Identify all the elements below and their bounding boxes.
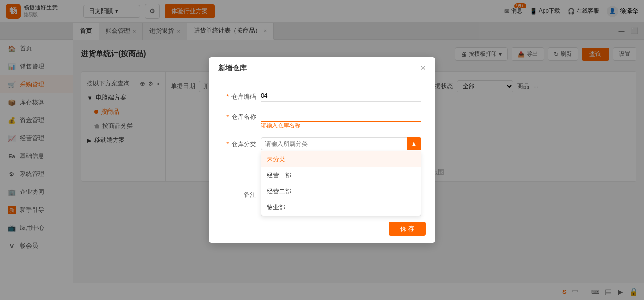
modal-header: 新增仓库 × [209, 57, 435, 80]
code-label: * 仓库编码 [223, 90, 261, 101]
required-star-category: * [226, 141, 229, 148]
dropdown-item-uncategorized[interactable]: 未分类 [261, 151, 421, 167]
modal-close-button[interactable]: × [421, 63, 426, 73]
category-label: * 仓库分类 [223, 137, 261, 149]
dropdown-item-dept1[interactable]: 经营一部 [261, 167, 421, 183]
name-label: * 仓库名称 [223, 110, 261, 121]
modal-overlay: 新增仓库 × * 仓库编码 * 仓库名称 [0, 0, 644, 300]
name-field-row: * 仓库名称 请输入仓库名称 [223, 109, 421, 130]
dropdown-item-dept3[interactable]: 物业部 [261, 200, 421, 216]
name-input[interactable] [261, 109, 421, 122]
code-input[interactable] [261, 90, 421, 102]
modal-footer: 保 存 [209, 217, 435, 243]
required-star-name: * [226, 113, 229, 120]
modal-title: 新增仓库 [218, 64, 247, 73]
category-field-row: * 仓库分类 ▲ 未分类 经营一部 经营二部 物业部 [223, 137, 421, 150]
save-button[interactable]: 保 存 [389, 222, 426, 236]
modal-body: * 仓库编码 * 仓库名称 请输入仓库名称 [209, 80, 435, 217]
category-input[interactable] [261, 137, 421, 150]
category-dropdown-wrapper: ▲ 未分类 经营一部 经营二部 物业部 [261, 137, 421, 150]
required-star-code: * [226, 93, 229, 100]
dropdown-item-dept2[interactable]: 经营二部 [261, 183, 421, 200]
note-label: 备注 [223, 188, 261, 199]
code-field-row: * 仓库编码 [223, 90, 421, 102]
new-warehouse-modal: 新增仓库 × * 仓库编码 * 仓库名称 [209, 57, 435, 243]
category-dropdown-menu: 未分类 经营一部 经营二部 物业部 [261, 151, 421, 216]
name-error-msg: 请输入仓库名称 [261, 122, 300, 129]
category-dropdown-arrow[interactable]: ▲ [407, 137, 421, 150]
